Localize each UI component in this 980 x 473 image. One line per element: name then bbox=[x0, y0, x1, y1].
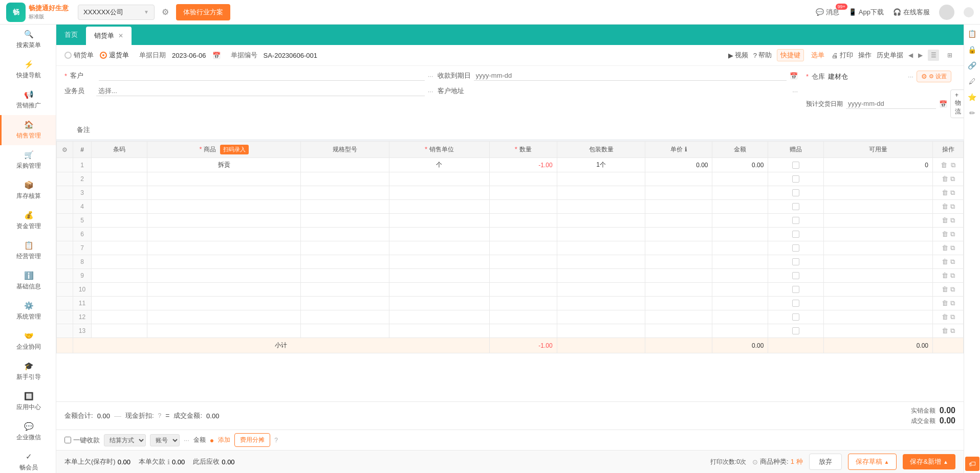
row-price[interactable]: 0.00 bbox=[645, 158, 712, 172]
sidebar-item-inventory[interactable]: 📦 库存核算 bbox=[0, 175, 56, 206]
right-icon-orange[interactable]: 🏷 bbox=[965, 457, 979, 471]
video-btn[interactable]: ▶ 视频 bbox=[728, 51, 748, 60]
delete-btn[interactable]: 🗑 bbox=[941, 161, 947, 169]
copy-btn[interactable]: ⧉ bbox=[950, 202, 955, 210]
tab-home[interactable]: 首页 bbox=[56, 25, 86, 45]
tab-close-icon[interactable]: ✕ bbox=[118, 32, 123, 39]
delete-btn[interactable]: 🗑 bbox=[942, 175, 948, 183]
avatar[interactable] bbox=[939, 5, 954, 20]
tab-sales[interactable]: 销货单 ✕ bbox=[86, 27, 132, 45]
due-date-calendar[interactable]: 📅 bbox=[790, 72, 798, 80]
due-date-input[interactable] bbox=[474, 71, 787, 81]
sidebar-item-search[interactable]: 🔍 搜索菜单 bbox=[0, 25, 56, 55]
sidebar-item-basic[interactable]: ℹ️ 基础信息 bbox=[0, 266, 56, 296]
delete-btn[interactable]: 🗑 bbox=[942, 272, 948, 279]
settings-icon-btn[interactable]: ⚙ bbox=[160, 5, 171, 19]
sidebar-item-member[interactable]: ✓ 畅会员 bbox=[0, 447, 56, 473]
salesperson-input[interactable] bbox=[96, 86, 425, 96]
copy-btn[interactable]: ⧉ bbox=[950, 244, 955, 252]
row-qty[interactable]: -1.00 bbox=[489, 158, 557, 172]
trial-button[interactable]: 体验行业方案 bbox=[176, 4, 230, 20]
nav-next-btn[interactable]: ▶ bbox=[918, 52, 923, 59]
expected-date-input[interactable] bbox=[846, 99, 936, 109]
copy-btn[interactable]: ⧉ bbox=[950, 313, 955, 321]
sidebar-item-management[interactable]: 📋 经营管理 bbox=[0, 236, 56, 266]
sidebar-item-guide[interactable]: 🎓 新手引导 bbox=[0, 356, 56, 387]
delete-btn[interactable]: 🗑 bbox=[942, 285, 948, 293]
avatar-more[interactable] bbox=[964, 7, 974, 17]
select-btn[interactable]: 选单 bbox=[809, 50, 826, 61]
sidebar-item-purchase[interactable]: 🛒 采购管理 bbox=[0, 145, 56, 175]
app-download-btn[interactable]: 📱 App下载 bbox=[848, 8, 884, 17]
discard-button[interactable]: 放弃 bbox=[809, 454, 842, 470]
account-dots[interactable]: ··· bbox=[184, 436, 189, 444]
message-btn[interactable]: 💬 消息 99+ bbox=[816, 8, 839, 17]
save-new-button[interactable]: 保存&新增 ▲ bbox=[903, 454, 955, 469]
radio-sale[interactable]: 销货单 bbox=[64, 51, 94, 60]
row-amount[interactable]: 0.00 bbox=[712, 158, 768, 172]
right-icon-pencil[interactable]: ✏ bbox=[965, 106, 979, 120]
right-icon-lock[interactable]: 🔒 bbox=[965, 42, 979, 57]
account-select[interactable]: 账号 bbox=[150, 434, 180, 446]
right-icon-star[interactable]: ⭐ bbox=[965, 90, 979, 104]
help-btn[interactable]: ? 帮助 bbox=[753, 51, 772, 60]
notes-input[interactable] bbox=[93, 125, 955, 135]
sidebar-item-system[interactable]: ⚙️ 系统管理 bbox=[0, 296, 56, 326]
row-spec[interactable] bbox=[301, 158, 389, 172]
row-product[interactable]: 拆贡 bbox=[147, 158, 300, 172]
right-icon-link[interactable]: 🔗 bbox=[965, 58, 979, 73]
delete-btn[interactable]: 🗑 bbox=[942, 327, 948, 334]
warehouse-dots[interactable]: ··· bbox=[908, 73, 913, 80]
sidebar-item-finance[interactable]: 💰 资金管理 bbox=[0, 206, 56, 236]
settle-method-select[interactable]: 结算方式 bbox=[104, 434, 146, 446]
delete-btn[interactable]: 🗑 bbox=[942, 313, 948, 321]
customer-dots[interactable]: ··· bbox=[428, 72, 433, 80]
right-icon-edit[interactable]: 🖊 bbox=[965, 74, 979, 88]
delete-btn[interactable]: 🗑 bbox=[942, 230, 948, 238]
sidebar-item-collab[interactable]: 🤝 企业协同 bbox=[0, 326, 56, 356]
salesperson-dots[interactable]: ··· bbox=[428, 87, 433, 95]
one-click-checkbox[interactable] bbox=[64, 437, 71, 443]
copy-btn[interactable]: ⧉ bbox=[950, 327, 955, 334]
one-click-pay[interactable]: 一键收款 bbox=[64, 436, 100, 445]
row-unit[interactable]: 个 bbox=[389, 158, 489, 172]
scan-btn[interactable]: 扫码录入 bbox=[220, 145, 249, 154]
sidebar-item-wechat[interactable]: 💬 企业微信 bbox=[0, 417, 56, 447]
copy-btn[interactable]: ⧉ bbox=[950, 216, 955, 224]
delete-btn[interactable]: 🗑 bbox=[942, 202, 948, 210]
history-btn[interactable]: 历史单据 bbox=[877, 51, 903, 60]
customer-addr-input[interactable] bbox=[467, 86, 790, 96]
print-btn[interactable]: 🖨 打印 bbox=[832, 51, 853, 60]
company-selector[interactable]: XXXXXX公司 ▼ bbox=[78, 5, 155, 20]
nav-prev-btn[interactable]: ◀ bbox=[908, 52, 913, 59]
online-service-btn[interactable]: 🎧 在线客服 bbox=[893, 8, 930, 17]
radio-return[interactable]: 退货单 bbox=[100, 51, 129, 60]
expense-btn[interactable]: 费用分摊 bbox=[234, 433, 270, 447]
copy-btn[interactable]: ⧉ bbox=[950, 272, 955, 279]
copy-btn[interactable]: ⧉ bbox=[950, 189, 955, 196]
gift-checkbox[interactable] bbox=[792, 162, 799, 169]
copy-btn[interactable]: ⧉ bbox=[950, 299, 955, 307]
shortcut-btn[interactable]: 快捷键 bbox=[777, 49, 804, 61]
row-barcode[interactable] bbox=[92, 158, 147, 172]
sidebar-item-apps[interactable]: 🔲 应用中心 bbox=[0, 387, 56, 417]
view-grid-btn[interactable]: ⊞ bbox=[944, 50, 955, 61]
copy-btn[interactable]: ⧉ bbox=[950, 230, 955, 238]
expected-date-calendar[interactable]: 📅 bbox=[939, 100, 947, 108]
sidebar-item-marketing[interactable]: 📢 营销推广 bbox=[0, 85, 56, 115]
row-pkg-qty[interactable]: 1个 bbox=[557, 158, 645, 172]
delete-btn[interactable]: 🗑 bbox=[942, 189, 948, 196]
copy-btn[interactable]: ⧉ bbox=[950, 175, 955, 183]
copy-btn[interactable]: ⧉ bbox=[950, 285, 955, 293]
view-list-btn[interactable]: ☰ bbox=[928, 50, 939, 61]
copy-btn[interactable]: ⧉ bbox=[950, 258, 955, 265]
save-draft-button[interactable]: 保存草稿 ▲ bbox=[848, 454, 897, 470]
right-icon-clipboard[interactable]: 📋 bbox=[965, 27, 979, 41]
copy-btn[interactable]: ⧉ bbox=[951, 161, 955, 169]
th-gear[interactable]: ⚙ bbox=[57, 142, 73, 158]
operate-btn[interactable]: 操作 bbox=[858, 51, 872, 60]
calendar-icon[interactable]: 📅 bbox=[212, 52, 221, 59]
customer-input[interactable] bbox=[99, 71, 425, 81]
delete-btn[interactable]: 🗑 bbox=[942, 244, 948, 252]
delete-btn[interactable]: 🗑 bbox=[942, 299, 948, 307]
